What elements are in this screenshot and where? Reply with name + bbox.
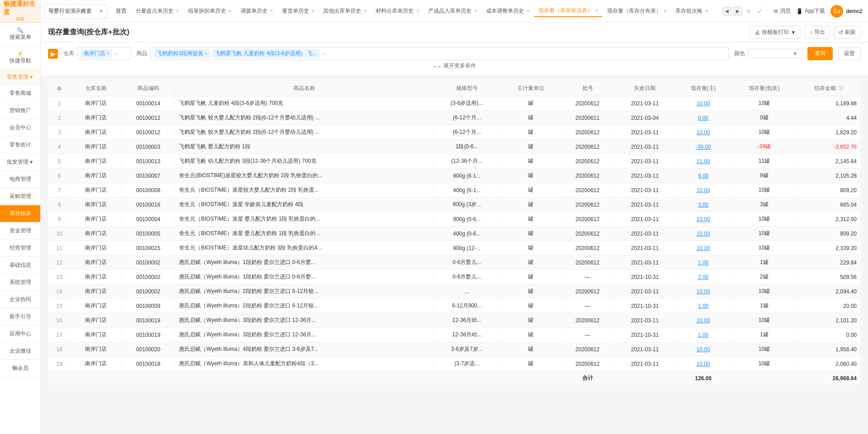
sidebar-item-purchase[interactable]: 采购管理	[0, 188, 40, 205]
nav-tab-require[interactable]: 要货单历史 ×	[278, 5, 319, 17]
nav-tab-product-in[interactable]: 产成品入库单历史 ×	[424, 5, 481, 17]
sidebar-item-wholesale[interactable]: 批发管理 ▼	[0, 154, 40, 171]
cell-stock-main[interactable]: 10.00	[675, 284, 731, 299]
cell-stock-main[interactable]: 10.00	[675, 183, 731, 198]
cell-warehouse: 南岸门店	[71, 299, 121, 313]
user-profile[interactable]: Ea demo2	[830, 5, 863, 18]
cell-batch: 20200612	[560, 284, 614, 299]
nav-tab-stock-dist[interactable]: 现存量（库存分布表） ×	[603, 5, 671, 17]
nav-tab-cost-adjust[interactable]: 成本调整单历史 ×	[481, 5, 534, 17]
cell-stock-main[interactable]: 10.00	[675, 342, 731, 357]
sidebar-item-marketing[interactable]: 营销推广	[0, 102, 40, 119]
close-icon[interactable]: ×	[364, 9, 367, 14]
cell-stock-main[interactable]: 3.00	[675, 198, 731, 212]
product-tag-1-close-icon[interactable]: ×	[205, 51, 208, 56]
nav-tab-batch[interactable]: 库存批次账 ×	[671, 5, 712, 17]
cell-stock-pkg: -39罐	[731, 140, 797, 154]
close-icon[interactable]: ×	[474, 9, 477, 14]
sidebar-item-member[interactable]: 会员中心	[0, 119, 40, 137]
export-button[interactable]: ↑ 导出	[805, 26, 830, 39]
expand-more-button[interactable]: ⌄⌄ 展开更多条件	[48, 60, 861, 71]
account-dropdown[interactable]: 母婴行业演示账套 ▼	[44, 4, 108, 19]
template-print-button[interactable]: 🖨 按模板打印 ▼	[750, 26, 801, 39]
cell-stock-main[interactable]: 10.00	[675, 212, 731, 226]
sidebar-item-app-center[interactable]: 应用中心	[0, 326, 40, 343]
cell-stock-main[interactable]: 2.00	[675, 270, 731, 284]
nav-prev-icon[interactable]: ◀	[722, 7, 731, 16]
nav-tab-material-out[interactable]: 材料出库单历史 ×	[371, 5, 424, 17]
sidebar-item-retail-mall[interactable]: 零售商城	[0, 85, 40, 102]
sidebar-item-retail-mgmt[interactable]: 零售管理 ▼	[0, 70, 40, 85]
sidebar-item-finance[interactable]: 资金管理	[0, 222, 40, 240]
cell-index: 10	[48, 226, 71, 241]
close-icon[interactable]: ×	[705, 9, 708, 14]
nav-tab-home[interactable]: 首页	[111, 5, 131, 17]
product-tag-container[interactable]: 飞鹤奶粉3段两提装 × 飞鹤星飞帆 儿童奶粉 4段(3-6岁适用) 700克 ×…	[150, 47, 729, 60]
cell-stock-main[interactable]: 1.00	[675, 255, 731, 270]
cell-stock-main[interactable]: 10.00	[675, 313, 731, 328]
table-row: 8 南岸门店 00100016 舍生元（BIOSTIME）派星 学龄前儿童配方奶…	[48, 198, 861, 212]
close-icon[interactable]: ×	[176, 9, 179, 14]
cell-stock-main[interactable]: 1.00	[675, 328, 731, 342]
cell-stock-pkg: 10罐	[731, 342, 797, 357]
warehouse-more-icon[interactable]: ···	[114, 51, 118, 57]
nav-tab-split[interactable]: 分量盘点单历史 ×	[131, 5, 184, 17]
cell-expire: 2021-03-11	[615, 198, 675, 212]
nav-next-icon[interactable]: ▶	[733, 7, 742, 16]
sidebar-item-operation[interactable]: 经营管理	[0, 240, 40, 257]
sidebar-item-inventory[interactable]: 库存核算	[0, 205, 40, 222]
sidebar-item-system[interactable]: 系统管理	[0, 274, 40, 291]
sidebar-item-retail-stats[interactable]: 零售统计	[0, 137, 40, 154]
cell-expire: 2021-10-31	[615, 299, 675, 313]
warehouse-tag-container[interactable]: 南岸门店 × ···	[77, 47, 131, 60]
cell-unit: 罐	[501, 198, 560, 212]
table-row: 7 南岸门店 00100008 舍生元（BIOSTIME）派星较大婴儿配方奶粉 …	[48, 183, 861, 198]
cell-unit: 罐	[501, 342, 560, 357]
nav-expand-icon[interactable]: ⤢	[755, 7, 764, 16]
nav-tab-stock-status[interactable]: 现存量（库存状况表） ×	[534, 5, 603, 17]
cell-stock-main[interactable]: 10.00	[675, 96, 731, 111]
cell-stock-main[interactable]: 10.00	[675, 357, 731, 371]
nav-tab-disassemble-label: 组装拆卸单历史	[188, 7, 226, 15]
nav-tab-disassemble[interactable]: 组装拆卸单历史 ×	[184, 5, 236, 17]
sidebar-item-guide[interactable]: 新手引导	[0, 308, 40, 326]
close-icon[interactable]: ×	[527, 9, 529, 14]
nav-tabs-container: 首页 分量盘点单历史 × 组装拆卸单历史 × 调拨单历史 × 要货单历史 × 其…	[111, 0, 719, 23]
sidebar-item-search[interactable]: 🔍 搜索菜单	[0, 23, 40, 46]
product-more-icon[interactable]: ···	[321, 51, 326, 57]
filter-expand-button[interactable]: ▶	[48, 49, 58, 59]
cell-stock-main[interactable]: 11.00	[675, 154, 731, 169]
nav-tab-adjust[interactable]: 调拨单历史 ×	[236, 5, 278, 17]
sidebar-enterprise-label: 企业协同	[9, 296, 31, 302]
info-icon[interactable]: ⓘ	[838, 85, 844, 91]
cell-stock-main[interactable]: 0.00	[675, 111, 731, 125]
cell-stock-main[interactable]: 10.00	[675, 241, 731, 255]
search-button[interactable]: 查询	[807, 47, 833, 60]
cell-stock-main[interactable]: -39.00	[675, 140, 731, 154]
close-icon[interactable]: ×	[312, 9, 315, 14]
setting-button[interactable]: 设置	[838, 47, 861, 60]
close-icon[interactable]: ×	[595, 8, 598, 13]
messages-button[interactable]: ✉ 消息	[774, 7, 791, 15]
cell-stock-main[interactable]: 10.00	[675, 226, 731, 241]
th-settings[interactable]: ⚙	[48, 81, 71, 96]
app-download-button[interactable]: 📱 App下载	[796, 7, 825, 15]
close-icon[interactable]: ×	[229, 9, 231, 14]
close-icon[interactable]: ×	[664, 9, 667, 14]
cell-stock-main[interactable]: 10.00	[675, 125, 731, 140]
sidebar-item-ecommerce[interactable]: 电商管理	[0, 171, 40, 188]
cell-stock-main[interactable]: 9.00	[675, 169, 731, 183]
nav-tab-other-out[interactable]: 其他出库单历史 ×	[319, 5, 371, 17]
close-icon[interactable]: ×	[270, 9, 273, 14]
warehouse-tag-close-icon[interactable]: ×	[107, 51, 109, 56]
sidebar-item-enterprise[interactable]: 企业协同	[0, 291, 40, 308]
sidebar-item-enterprise-wechat[interactable]: 企业微信	[0, 343, 40, 360]
color-tag-container[interactable]: ▼	[748, 49, 802, 59]
sidebar-item-member-vip[interactable]: 畅会员	[0, 360, 40, 377]
sidebar-item-basic[interactable]: 基础信息	[0, 257, 40, 274]
refresh-button[interactable]: ↺ 刷新	[834, 26, 861, 39]
close-icon[interactable]: ×	[416, 9, 419, 14]
cell-stock-main[interactable]: 1.00	[675, 299, 731, 313]
sidebar-item-quick-nav[interactable]: ⚡ 快捷导航	[0, 46, 40, 70]
nav-close-icon[interactable]: ×	[744, 7, 753, 16]
